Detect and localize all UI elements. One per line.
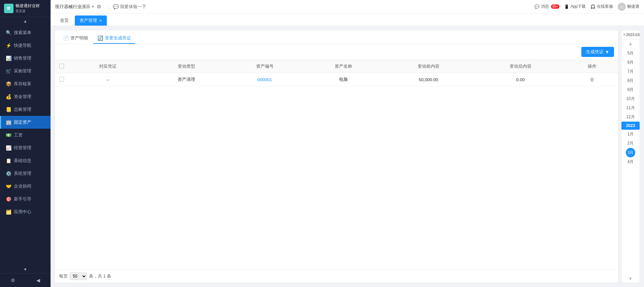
experience-btn[interactable]: 💬 我要体验一下 [113,4,146,10]
nav-icon-system: ⚙️ [6,171,11,176]
timeline-month-1月[interactable]: 1月 [621,130,640,139]
sidebar-item-collab[interactable]: 🤝 企业协同 [0,180,51,193]
page-size-select[interactable]: 102050100 [70,273,87,280]
right-panel-close-btn[interactable]: ✕ [623,32,626,37]
right-panel-year: 2023.03 [626,33,640,37]
timeline-month-2月[interactable]: 2月 [621,139,640,148]
sidebar-scroll-down[interactable]: ▼ [0,265,51,273]
timeline-month-7月[interactable]: 7月 [621,67,640,76]
sidebar-item-quicknav[interactable]: ⚡ 快捷导航 [0,39,51,52]
table-header: 对应凭证变动类型资产编号资产名称变动前内容变动后内容操作 [55,60,618,73]
generate-voucher-label: 生成凭证 [586,49,604,55]
nav-icon-sales: 📊 [6,56,11,61]
timeline-month-10月[interactable]: 10月 [621,94,640,103]
col-header-operation: 操作 [566,60,618,73]
subtab-change-voucher[interactable]: 🔄 变更生成凭证 [93,33,135,44]
timeline-year-2023[interactable]: 2023 [621,122,640,130]
col-header-asset-code: 资产编号 [225,60,304,73]
collapse-btn[interactable]: ◀ [35,276,41,284]
page-size-label: 每页 [59,273,68,279]
timeline-month-6月[interactable]: 6月 [621,58,640,67]
sidebar-scroll-up[interactable]: ▲ [0,17,51,25]
sidebar-item-inventory[interactable]: 📦 库存核算 [0,77,51,90]
row-asset-name-0: 电脑 [304,73,382,86]
row-change-type-0: 资产清理 [147,73,225,86]
nav-icon-basic-info: 📋 [6,158,11,163]
app-download-btn[interactable]: 📱 App下载 [564,4,586,9]
sidebar-item-payroll[interactable]: 💵 工资 [0,129,51,141]
subtabs: 📄 资产明细 🔄 变更生成凭证 [55,30,618,44]
tab-home[interactable]: 首页 [55,15,73,26]
sidebar-item-finance[interactable]: 💰 资金管理 [0,90,51,103]
row-after-change-0: 0.00 [474,73,566,86]
row-operation-0: 🗑 [566,73,618,86]
tab-asset-management[interactable]: 资产管理✕ [75,15,107,26]
row-checkbox-0[interactable] [59,77,64,82]
col-header-voucher: 对应凭证 [68,60,147,73]
toolbar: 生成凭证 ▼ [55,44,618,60]
sidebar-item-apps[interactable]: 🗂️ 应用中心 [0,205,51,218]
timeline-month-9月[interactable]: 9月 [621,85,640,94]
sidebar-item-search[interactable]: 🔍 搜索菜单 [0,26,51,39]
tabbar: 首页资产管理✕ [51,13,644,26]
nav-label-apps: 应用中心 [14,209,31,215]
timeline-month-8月[interactable]: 8月 [621,76,640,85]
timeline-month-4月[interactable]: 4月 [621,157,640,166]
tab-close-asset-management[interactable]: ✕ [99,19,102,23]
col-header-asset-name: 资产名称 [304,60,382,73]
tab-label-home: 首页 [60,18,69,23]
right-panel-expand-btn[interactable]: ⛶ [640,32,640,37]
topbar-settings-icon[interactable]: ⚙ [97,4,101,10]
timeline-month-5月[interactable]: 5月 [621,49,640,58]
notifications-btn[interactable]: 💬 消息 99+ [534,4,559,9]
row-checkbox-cell [55,73,68,86]
sidebar-item-operations[interactable]: 📈 经营管理 [0,141,51,154]
col-header-after-change: 变动后内容 [474,60,566,73]
user-menu-btn[interactable]: 人 畅捷通 [618,3,639,11]
nav-icon-finance: 💰 [6,94,11,99]
header-checkbox[interactable] [59,64,64,68]
row-before-change-0: 50,000.00 [382,73,474,86]
experience-text: 我要体验一下 [120,4,146,10]
nav-label-collab: 企业协同 [14,183,31,189]
notification-icon: 💬 [534,4,540,9]
col-header-change-type: 变动类型 [147,60,225,73]
nav-icon-payroll: 💵 [6,132,11,138]
app-download-icon: 📱 [564,4,569,9]
nav-label-payroll: 工资 [14,132,23,138]
sidebar-item-sales[interactable]: 📊 销售管理 [0,52,51,65]
subtab-label-change-voucher: 变更生成凭证 [105,35,131,41]
timeline-month-11月[interactable]: 11月 [621,103,640,113]
company-selector[interactable]: 医疗器械行业演示 ▾ [55,4,94,10]
row-delete-btn-0[interactable]: 🗑 [590,77,594,82]
nav-label-fixed-assets: 固定资产 [14,119,31,125]
settings-bottom-btn[interactable]: ⚙ [9,276,17,284]
col-header-checkbox [55,60,68,73]
company-name: 医疗器械行业演示 [55,4,90,10]
sidebar-item-basic-info[interactable]: 📋 基础信息 [0,154,51,167]
right-panel: ✕ 2023.03 ⛶ ▲ 5月6月7月8月9月10月11月12月20231月2… [621,30,640,283]
subtab-asset-detail[interactable]: 📄 资产明细 [59,33,92,44]
nav-label-guide: 新手引导 [14,196,31,202]
sidebar-item-guide[interactable]: 🎯 新手引导 [0,193,51,205]
sidebar-item-ledger[interactable]: 📒 总账管理 [0,103,51,116]
timeline-month-3月[interactable]: 3月 [626,148,635,157]
customer-service-btn[interactable]: 🎧 在线客服 [590,4,613,9]
sidebar-logo: 财 畅捷通好业财 普及版 [0,0,51,17]
page-content: 📄 资产明细 🔄 变更生成凭证 生成凭证 ▼ 对应凭证变动类型资产编号资产名称变… [51,26,644,287]
notifications-badge: 99+ [551,4,559,9]
nav-label-ledger: 总账管理 [14,106,31,113]
logo-icon: 财 [4,4,13,13]
timeline-down-btn[interactable]: ▼ [621,275,640,283]
nav-label-finance: 资金管理 [14,94,31,100]
sidebar-bottom: ⚙ ◀ [0,273,51,287]
nav-icon-operations: 📈 [6,145,11,151]
nav-icon-ledger: 📒 [6,107,11,112]
sidebar-item-purchase[interactable]: 🛒 采购管理 [0,65,51,77]
timeline-up-btn[interactable]: ▲ [621,39,640,47]
row-asset-code-0: 000001 [225,73,304,86]
generate-voucher-btn[interactable]: 生成凭证 ▼ [581,47,614,57]
sidebar-item-system[interactable]: ⚙️ 系统管理 [0,167,51,180]
timeline-month-12月[interactable]: 12月 [621,113,640,122]
sidebar-item-fixed-assets[interactable]: 🏢 固定资产 [0,116,51,129]
